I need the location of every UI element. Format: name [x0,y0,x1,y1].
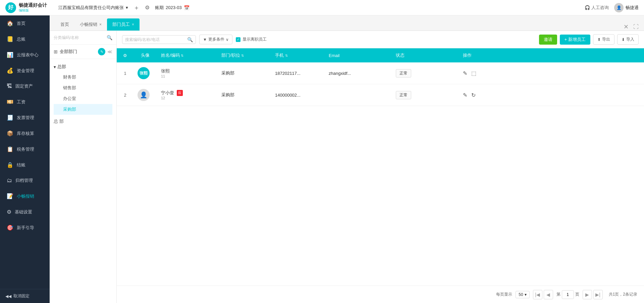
dept-search-icon[interactable]: 🔍 [107,35,112,40]
show-left-label: 显示离职员工 [243,37,267,42]
show-left-employees-toggle[interactable]: ✓ 显示离职员工 [236,37,267,42]
sidebar-item-label: 首页 [17,20,25,27]
dept-search-input[interactable] [54,35,107,40]
logout-icon-1[interactable]: ⬚ [471,70,476,77]
dept-item-sales[interactable]: 销售部 [54,83,112,93]
th-mobile[interactable]: 手机 ⇅ [271,48,325,62]
company-selector[interactable]: 江西服宝精品有限责任公司内账张 ▾ [58,5,128,11]
invite-button[interactable]: 邀请 [539,35,557,45]
dept-item-finance[interactable]: 财务部 [54,72,112,83]
pin-icon: ◀◀ [5,294,11,299]
tab-home[interactable]: 首页 [55,18,74,31]
page-input[interactable] [562,290,574,299]
add-employee-button[interactable]: + 新增员工 [560,35,590,45]
page-label: 第 [556,292,560,297]
user-info[interactable]: 👤 畅捷通 [614,3,639,12]
import-button[interactable]: ⬇ 导入 [617,34,639,45]
sidebar-item-guide[interactable]: 🎯 新手引导 [0,220,50,236]
company-name: 江西服宝精品有限责任公司内账张 [58,5,124,11]
dept-office-label: 办公室 [63,96,76,101]
filter-button[interactable]: ▼ 更多条件 ∨ [199,35,232,44]
employee-code-2: 12 [161,96,213,100]
table: ⚙ 头像 姓名/编码 ⇅ 部门/职位 ⇅ 手机 ⇅ Email 状态 操作 [117,48,644,106]
page-size-chevron-icon: ▾ [525,292,527,297]
tab-expense[interactable]: 小畅报销 × [74,18,107,31]
sidebar-item-archive[interactable]: 🗂 归档管理 [0,173,50,188]
sidebar-item-salary[interactable]: 💴 工资 [0,94,50,110]
sidebar-item-report[interactable]: 📊 云报表中心 [0,47,50,63]
invoice-icon: 🧾 [7,114,13,121]
page-content: 🔍 ⊞ 全部部门 ✎ ≪ ▾ 总部 [50,31,644,303]
page-prev-button[interactable]: ◀ [544,290,553,299]
page-size-select[interactable]: 50 ▾ [516,291,529,298]
page-total: 共1页，2条记录 [609,292,637,297]
search-input[interactable] [125,37,185,42]
sidebar-item-close[interactable]: 🔒 结账 [0,157,50,173]
sidebar-item-xiao-expense[interactable]: 📝 小畅报销 [0,188,50,204]
calendar-icon[interactable]: 📅 [184,5,190,10]
search-box: 🔍 [122,35,196,44]
name-code-1: 张熙 11 [161,68,213,78]
logo-icon: 好 [5,2,16,13]
sidebar-item-settings[interactable]: ⚙ 基础设置 [0,204,50,220]
page-first-button[interactable]: |◀ [533,290,542,299]
dept-edit-icon[interactable]: ✎ [98,48,105,55]
main-layout: 🏠 首页 📒 总账 📊 云报表中心 💰 资金管理 🏗 固定资产 💴 工资 🧾 发… [0,15,644,303]
dept-group-head-title[interactable]: ▾ 总部 [54,62,112,72]
table-row: 1 张熙 张熙 11 采购部 [117,62,644,84]
dept-item-purchase[interactable]: 采购部 [54,104,112,115]
sidebar-item-home[interactable]: 🏠 首页 [0,15,50,31]
refresh-icon-2[interactable]: ↻ [471,92,476,98]
th-actions: 操作 [459,48,644,62]
toolbar-right: 邀请 + 新增员工 ⬆ 导出 ⬇ 导入 [539,34,639,45]
row-email-1: zhangxidf... [325,62,392,84]
status-badge-1: 正常 [396,69,411,78]
sidebar-item-invoice[interactable]: 🧾 发票管理 [0,110,50,125]
action-icons-1: ✎ ⬚ [463,70,640,77]
page-last-button[interactable]: ▶| [593,290,603,299]
add-employee-label: + 新增员工 [565,37,586,43]
dept-header-actions: ✎ ≪ [98,48,112,55]
row-avatar-1: 张熙 [133,62,157,84]
row-num-1: 1 [117,62,133,84]
name-code-2: 宁小壹 应 12 [161,90,213,100]
tab-expand-icon[interactable]: ⛶ [633,24,639,30]
page-next-button[interactable]: ▶ [583,290,592,299]
edit-icon-1[interactable]: ✎ [463,70,467,77]
employee-code-1: 11 [161,74,213,78]
dept-collapse-icon[interactable]: ≪ [107,49,112,54]
export-label: 导出 [602,37,610,42]
action-icons-2: ✎ ↻ [463,92,640,98]
tag-badge-2: 应 [177,90,183,96]
tab-expense-close[interactable]: × [99,22,102,27]
dept-item-office[interactable]: 办公室 [54,93,112,104]
sidebar-item-asset[interactable]: 🏗 固定资产 [0,79,50,94]
export-button[interactable]: ⬆ 导出 [593,34,614,45]
settings-icon[interactable]: ⚙ [145,4,150,11]
dept-item-general[interactable]: 总 部 [50,116,116,127]
unpin-button[interactable]: ◀◀ 取消固定 [0,289,50,303]
sidebar-item-inventory[interactable]: 📦 库存核算 [0,125,50,141]
tab-close-window-icon[interactable]: ✕ [624,23,629,31]
tab-employee-close[interactable]: × [132,22,134,27]
edit-icon-2[interactable]: ✎ [463,92,467,98]
row-status-1: 正常 [392,62,459,84]
avatar-circle-1: 张熙 [138,67,150,79]
fund-icon: 💰 [7,67,13,74]
service-button[interactable]: 🎧 人工咨询 [585,5,609,11]
th-settings[interactable]: ⚙ [117,48,133,62]
avatar-icon: 👤 [616,5,622,10]
header-right: 🎧 人工咨询 👤 畅捷通 [585,3,639,12]
dept-panel: 🔍 ⊞ 全部部门 ✎ ≪ ▾ 总部 [50,31,117,303]
sidebar-item-fund[interactable]: 💰 资金管理 [0,63,50,79]
dept-tree: ▾ 总部 财务部 销售部 办公室 采购部 [50,59,116,303]
th-name-code[interactable]: 姓名/编码 ⇅ [157,48,217,62]
th-dept-position[interactable]: 部门/职位 ⇅ [217,48,271,62]
add-tab-icon[interactable]: ＋ [133,4,140,12]
sidebar-item-ledger[interactable]: 📒 总账 [0,31,50,47]
tab-employee[interactable]: 部门员工 × [107,18,140,31]
sidebar-item-tax[interactable]: 📋 税务管理 [0,141,50,157]
header-period: 账期 2023-03 📅 [155,5,190,11]
sidebar-item-label: 库存核算 [17,131,34,137]
dept-grid-icon: ⊞ [54,49,58,54]
